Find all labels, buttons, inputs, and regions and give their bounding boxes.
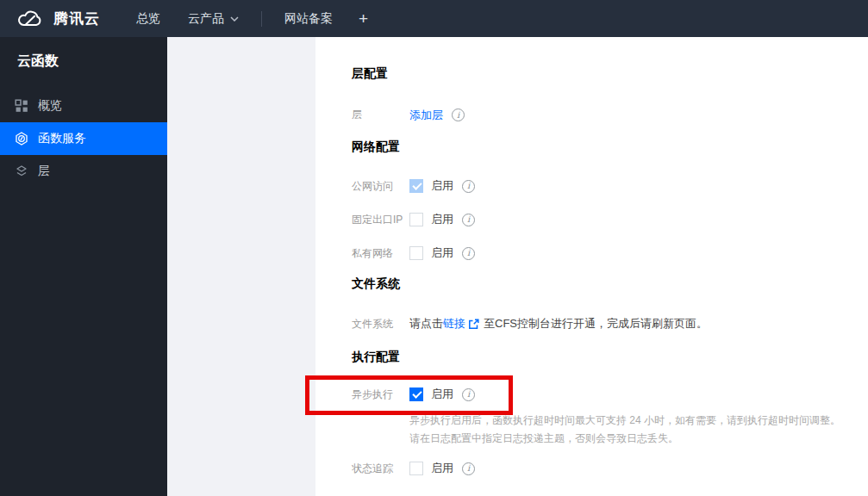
private-network-row: 私有网络 启用 i [352, 244, 851, 263]
sidebar-item-overview[interactable]: 概览 [0, 90, 167, 122]
topnav: 总览 云产品 网站备案 + [122, 0, 380, 37]
fixed-egress-ip-checkbox[interactable] [409, 213, 423, 226]
info-icon[interactable]: i [462, 388, 475, 401]
info-icon[interactable]: i [462, 214, 475, 226]
sidebar: 云函数 概览 函数服务 层 [0, 37, 167, 496]
topnav-overview-label: 总览 [136, 11, 160, 27]
section-title-file-system: 文件系统 [352, 277, 851, 290]
collapsed-list-panel [167, 37, 315, 496]
enable-label: 启用 [431, 178, 453, 194]
enable-label: 启用 [431, 245, 453, 261]
add-layer-link[interactable]: 添加层 [409, 108, 443, 123]
info-icon[interactable]: i [462, 247, 475, 260]
file-system-hint-prefix: 请点击 [409, 316, 443, 332]
fixed-egress-ip-label: 固定出口IP [352, 213, 409, 227]
async-execution-row: 异步执行 启用 i [352, 385, 851, 404]
topnav-add-tab-button[interactable]: + [347, 0, 380, 37]
async-execution-checkbox[interactable] [409, 388, 423, 401]
info-icon[interactable]: i [462, 462, 475, 475]
topnav-products-label: 云产品 [188, 11, 224, 27]
cfs-console-link[interactable]: 链接 [443, 316, 465, 332]
grid-icon [15, 99, 28, 113]
topnav-cloud-products[interactable]: 云产品 [174, 0, 253, 37]
async-desc-line-2: 请在日志配置中指定日志投递主题，否则会导致日志丢失。 [409, 430, 851, 448]
info-icon[interactable]: i [462, 180, 475, 193]
external-link-icon [468, 319, 479, 330]
file-system-row: 文件系统 请点击 链接 至CFS控制台进行开通，完成后请刷新页面。 [352, 316, 851, 332]
layer-row: 层 添加层 i [352, 108, 851, 122]
topnav-beian-label: 网站备案 [284, 11, 333, 27]
async-execution-label: 异步执行 [352, 388, 409, 402]
async-desc-line-1: 异步执行启用后，函数执行超时时间最大可支持 24 小时，如有需要，请到执行超时时… [409, 412, 851, 430]
function-config-panel: 层配置 层 添加层 i 网络配置 公网访问 启用 i 固定出口IP 启用 i 私… [315, 37, 868, 496]
public-access-label: 公网访问 [352, 179, 409, 194]
topbar: 腾讯云 总览 云产品 网站备案 + [0, 0, 868, 37]
private-network-checkbox[interactable] [409, 246, 423, 260]
public-access-row: 公网访问 启用 i [352, 177, 851, 195]
topnav-overview[interactable]: 总览 [122, 0, 174, 37]
section-title-layer-config: 层配置 [352, 67, 851, 80]
layers-icon [15, 164, 28, 178]
status-tracking-row: 状态追踪 启用 i [352, 459, 851, 478]
private-network-label: 私有网络 [352, 246, 409, 261]
enable-label: 启用 [431, 387, 453, 402]
file-system-hint-suffix: 至CFS控制台进行开通，完成后请刷新页面。 [484, 316, 708, 332]
sidebar-item-label: 层 [38, 164, 50, 179]
layer-label: 层 [352, 108, 409, 122]
file-system-label: 文件系统 [352, 317, 409, 332]
status-tracking-checkbox[interactable] [409, 462, 423, 475]
sidebar-title: 云函数 [0, 37, 167, 90]
section-title-execution-config: 执行配置 [352, 350, 851, 363]
sidebar-item-label: 函数服务 [38, 131, 86, 146]
sidebar-item-label: 概览 [38, 98, 62, 114]
plus-icon: + [359, 9, 368, 28]
tencent-cloud-logo-icon [16, 9, 45, 29]
sidebar-item-function-service[interactable]: 函数服务 [0, 122, 167, 155]
chevron-down-icon [230, 16, 239, 22]
async-execution-description: 异步执行启用后，函数执行超时时间最大可支持 24 小时，如有需要，请到执行超时时… [409, 412, 851, 448]
public-access-checkbox [409, 179, 423, 193]
section-title-network-config: 网络配置 [352, 140, 851, 153]
enable-label: 启用 [431, 461, 453, 476]
sidebar-item-layers[interactable]: 层 [0, 155, 167, 188]
enable-label: 启用 [431, 212, 453, 227]
function-service-icon [15, 132, 28, 146]
info-icon[interactable]: i [452, 108, 465, 121]
status-tracking-label: 状态追踪 [352, 462, 409, 476]
brand-name: 腾讯云 [53, 9, 100, 28]
fixed-egress-ip-row: 固定出口IP 启用 i [352, 210, 851, 229]
topnav-beian[interactable]: 网站备案 [271, 0, 347, 37]
tencent-cloud-brand[interactable]: 腾讯云 [0, 9, 100, 29]
topnav-divider [261, 11, 262, 27]
